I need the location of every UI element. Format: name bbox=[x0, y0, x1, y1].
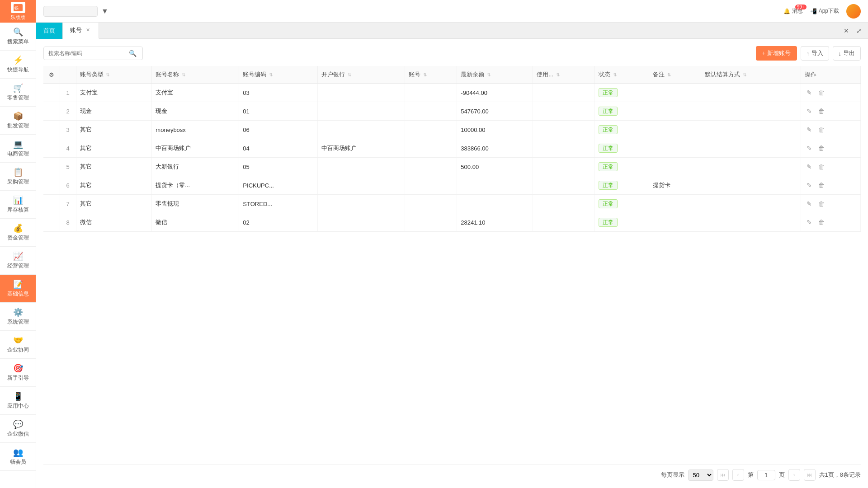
sidebar-item-search[interactable]: 🔍 搜索菜单 bbox=[0, 23, 36, 51]
export-label: 导出 bbox=[843, 49, 855, 57]
logo-icon: 畅 bbox=[11, 2, 25, 13]
sidebar-item-ecommerce[interactable]: 💻 电商管理 bbox=[0, 135, 36, 163]
delete-button[interactable]: 🗑 bbox=[816, 125, 826, 134]
col-code-header[interactable]: 账号编码 ⇅ bbox=[239, 66, 318, 84]
row-settlement bbox=[701, 158, 801, 176]
add-account-button[interactable]: + 新增账号 bbox=[756, 46, 797, 61]
row-settings-cell bbox=[43, 195, 60, 213]
col-usage-header[interactable]: 使用... ⇅ bbox=[533, 66, 595, 84]
finance-icon: 💰 bbox=[13, 223, 23, 233]
sidebar-item-label: 资金管理 bbox=[7, 234, 29, 242]
sidebar-item-appcenter[interactable]: 📱 应用中心 bbox=[0, 387, 36, 415]
row-settings-cell bbox=[43, 84, 60, 102]
tab-close-all-button[interactable]: ✕ bbox=[841, 25, 852, 36]
app-download-button[interactable]: 📲 App下载 bbox=[810, 7, 839, 15]
sidebar-item-guide[interactable]: 🎯 新手引导 bbox=[0, 359, 36, 387]
action-buttons: ✎ 🗑 bbox=[805, 125, 857, 134]
edit-button[interactable]: ✎ bbox=[805, 125, 814, 134]
col-status-label: 状态 bbox=[599, 71, 610, 78]
page-last-button[interactable]: ⏭ bbox=[804, 469, 816, 481]
row-action: ✎ 🗑 bbox=[801, 102, 860, 121]
page-input[interactable] bbox=[757, 470, 775, 480]
sidebar-item-wholesale[interactable]: 📦 批发管理 bbox=[0, 107, 36, 135]
col-settlement-header[interactable]: 默认结算方式 ⇅ bbox=[701, 66, 801, 84]
col-balance-header[interactable]: 最新余额 ⇅ bbox=[457, 66, 533, 84]
edit-button[interactable]: ✎ bbox=[805, 88, 814, 97]
col-name-header[interactable]: 账号名称 ⇅ bbox=[152, 66, 239, 84]
edit-button[interactable]: ✎ bbox=[805, 199, 814, 208]
delete-button[interactable]: 🗑 bbox=[816, 218, 826, 227]
search-input[interactable] bbox=[44, 47, 125, 59]
sidebar-item-member[interactable]: 👥 畅会员 bbox=[0, 443, 36, 471]
row-code: 06 bbox=[239, 121, 318, 139]
delete-button[interactable]: 🗑 bbox=[816, 162, 826, 171]
sidebar-item-label: 采购管理 bbox=[7, 178, 29, 186]
delete-button[interactable]: 🗑 bbox=[816, 88, 826, 97]
export-button[interactable]: ↓ 导出 bbox=[833, 46, 861, 61]
delete-button[interactable]: 🗑 bbox=[816, 199, 826, 208]
message-icon: 🔔 bbox=[783, 8, 790, 14]
row-code: 04 bbox=[239, 139, 318, 158]
message-button[interactable]: 🔔 消息 99+ bbox=[783, 7, 803, 15]
edit-button[interactable]: ✎ bbox=[805, 218, 814, 227]
guide-icon: 🎯 bbox=[13, 363, 23, 373]
tab-account[interactable]: 账号 ✕ bbox=[63, 23, 99, 39]
row-name: 大新银行 bbox=[152, 158, 239, 176]
sort-settlement-icon: ⇅ bbox=[743, 72, 746, 77]
row-balance: 500.00 bbox=[457, 158, 533, 176]
sidebar-item-purchase[interactable]: 📋 采购管理 bbox=[0, 163, 36, 191]
sidebar-item-quick[interactable]: ⚡ 快捷导航 bbox=[0, 51, 36, 79]
sidebar-item-wechat[interactable]: 💬 企业微信 bbox=[0, 415, 36, 443]
accounts-table-wrap: ⚙ 账号类型 ⇅ 账号名称 ⇅ 账号编码 ⇅ bbox=[43, 66, 861, 460]
edit-button[interactable]: ✎ bbox=[805, 162, 814, 171]
page-first-button[interactable]: ⏮ bbox=[717, 469, 729, 481]
edit-button[interactable]: ✎ bbox=[805, 144, 814, 153]
row-usage bbox=[533, 121, 595, 139]
page-prev-button[interactable]: ‹ bbox=[732, 469, 744, 481]
row-num: 1 bbox=[60, 84, 76, 102]
header-dropdown-button[interactable]: ▼ bbox=[101, 7, 108, 15]
user-avatar[interactable] bbox=[846, 4, 861, 19]
sidebar-item-system[interactable]: ⚙️ 系统管理 bbox=[0, 303, 36, 331]
delete-button[interactable]: 🗑 bbox=[816, 144, 826, 153]
business-icon: 📈 bbox=[13, 251, 23, 261]
col-type-header[interactable]: 账号类型 ⇅ bbox=[76, 66, 152, 84]
page-next-button[interactable]: › bbox=[788, 469, 800, 481]
import-button[interactable]: ↑ 导入 bbox=[801, 46, 829, 61]
sidebar-item-label: 新手引导 bbox=[7, 374, 29, 382]
sidebar-item-business[interactable]: 📈 经营管理 bbox=[0, 247, 36, 275]
total-info: 共1页，8条记录 bbox=[819, 471, 861, 479]
delete-button[interactable]: 🗑 bbox=[816, 107, 826, 116]
col-balance-label: 最新余额 bbox=[461, 71, 484, 78]
sidebar-item-agreement[interactable]: 🤝 企业协同 bbox=[0, 331, 36, 359]
row-balance: -90444.00 bbox=[457, 84, 533, 102]
col-status-header[interactable]: 状态 ⇅ bbox=[595, 66, 649, 84]
col-bank-header[interactable]: 开户银行 ⇅ bbox=[318, 66, 405, 84]
edit-button[interactable]: ✎ bbox=[805, 107, 814, 116]
row-usage bbox=[533, 158, 595, 176]
main-area: ▼ 🔔 消息 99+ 📲 App下载 首页 账号 ✕ ✕ ⤢ bbox=[36, 0, 868, 488]
account-tab-close[interactable]: ✕ bbox=[85, 27, 91, 33]
sidebar-item-inventory[interactable]: 📊 库存核算 bbox=[0, 191, 36, 219]
row-settings-cell bbox=[43, 139, 60, 158]
action-buttons: ✎ 🗑 bbox=[805, 199, 857, 208]
row-balance: 28241.10 bbox=[457, 213, 533, 232]
per-page-select[interactable]: 50 100 200 bbox=[688, 469, 713, 481]
tab-home[interactable]: 首页 bbox=[36, 23, 63, 39]
settings-icon[interactable]: ⚙ bbox=[49, 71, 54, 78]
col-remark-header[interactable]: 备注 ⇅ bbox=[649, 66, 701, 84]
header-left: ▼ bbox=[43, 6, 108, 17]
header-search-input[interactable] bbox=[43, 6, 98, 17]
row-settings-cell bbox=[43, 102, 60, 121]
row-status: 正常 bbox=[595, 102, 649, 121]
col-account-header[interactable]: 账号 ⇅ bbox=[405, 66, 457, 84]
sidebar-item-basic[interactable]: 📝 基础信息 bbox=[0, 275, 36, 303]
member-icon: 👥 bbox=[13, 447, 23, 457]
table-row: 4 其它 中百商场账户 04 中百商场账户 383866.00 正常 ✎ 🗑 bbox=[43, 139, 861, 158]
edit-button[interactable]: ✎ bbox=[805, 181, 814, 190]
delete-button[interactable]: 🗑 bbox=[816, 181, 826, 190]
search-button[interactable]: 🔍 bbox=[125, 47, 140, 60]
sidebar-item-finance[interactable]: 💰 资金管理 bbox=[0, 219, 36, 247]
tab-expand-button[interactable]: ⤢ bbox=[854, 25, 864, 36]
sidebar-item-retail[interactable]: 🛒 零售管理 bbox=[0, 79, 36, 107]
